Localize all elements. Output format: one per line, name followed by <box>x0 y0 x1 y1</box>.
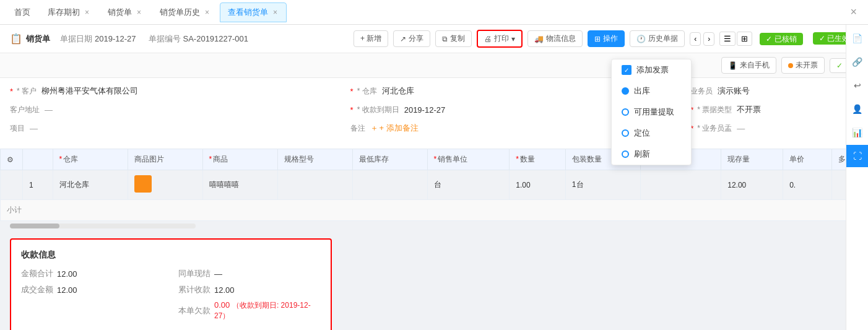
operate-button-label: 操作 <box>603 33 618 44</box>
tab-inventory-init[interactable]: 库存期初 × <box>40 2 98 22</box>
due-amount-row: 本单欠款 0.00 （收款到期日: 2019-12-27） <box>178 300 321 321</box>
doc-title-area: 📋 销货单 <box>10 33 50 45</box>
sidebar-icon-link[interactable]: 🔗 <box>846 51 869 73</box>
ticket-type-value: 不开票 <box>737 104 761 115</box>
new-button-label: + 新增 <box>360 33 381 44</box>
tab-sales-order-history-label: 销货单历史 <box>160 7 200 18</box>
tab-sales-order-history[interactable]: 销货单历史 × <box>152 2 219 22</box>
tab-home-label: 首页 <box>14 7 30 18</box>
phone-icon: 📱 <box>728 61 737 70</box>
doc-date-value: 2019-12-27 <box>95 34 136 43</box>
customer-value[interactable]: 柳州粤港平安气体有限公司 <box>41 85 138 97</box>
view-icons: ☰ ⊞ <box>719 32 752 46</box>
tab-sales-order-history-close[interactable]: × <box>204 8 210 17</box>
total-amount-label: 金额合计 <box>21 268 53 279</box>
table-header-row: ⚙ *仓库 商品图片 *商品 规格型号 最低库存 *销售单位 *数量 包装数量 … <box>1 149 868 170</box>
tab-home[interactable]: 首页 <box>6 2 38 22</box>
salesperson-field: 业务员 演示账号 <box>690 85 858 97</box>
same-order-settlement-label: 同单现结 <box>178 268 210 279</box>
add-note-button[interactable]: ＋ + 添加备注 <box>370 123 419 134</box>
tab-sales-order[interactable]: 销货单 × <box>100 2 150 22</box>
refresh-icon <box>622 150 629 158</box>
row-unit-price: 0. <box>783 170 832 200</box>
sales-staff-value: — <box>737 124 745 133</box>
address-label: 客户地址 <box>10 105 40 115</box>
scrollbar[interactable] <box>10 224 196 228</box>
not-open-button[interactable]: 未开票 <box>781 57 825 74</box>
dropdown-available-qty[interactable]: 可用量提取 <box>612 102 691 123</box>
view-grid-button[interactable]: ⊞ <box>737 32 752 46</box>
sidebar-icon-doc[interactable]: 📄 <box>846 27 869 50</box>
from-phone-label: 来自手机 <box>740 60 770 71</box>
warehouse-required: * <box>350 87 354 96</box>
print-dropdown-icon: ▾ <box>511 35 515 43</box>
available-qty-label: 可用量提取 <box>634 106 674 118</box>
nav-prev-button[interactable]: ‹ <box>690 32 701 46</box>
share-button-label: 分享 <box>409 33 423 44</box>
tab-inventory-init-close[interactable]: × <box>84 8 90 17</box>
sub-action-bar: 📱 来自手机 未开票 ✓ ✓ <box>0 53 868 78</box>
address-field: 客户地址 — <box>10 105 345 115</box>
remark-label: 备注 <box>350 123 365 134</box>
tab-sales-order-close[interactable]: × <box>136 8 142 17</box>
dropdown-add-invoice[interactable]: ✓ 添加发票 <box>612 59 691 80</box>
tab-view-sales-order[interactable]: 查看销货单 × <box>220 2 287 22</box>
global-close-icon[interactable]: × <box>845 6 862 18</box>
copy-button-label: 复制 <box>450 33 465 44</box>
new-button[interactable]: + 新增 <box>354 30 388 47</box>
customer-field: * * 客户 柳州粤港平安气体有限公司 <box>10 85 345 97</box>
view-list-button[interactable]: ☰ <box>719 32 736 46</box>
doc-number-label: 单据编号 <box>149 33 181 45</box>
history-button-label: 历史单据 <box>648 33 678 44</box>
print-button[interactable]: 🖨 打印 ▾ <box>477 30 523 48</box>
sidebar-icon-chart[interactable]: 📊 <box>846 121 869 144</box>
not-open-dot <box>788 63 793 68</box>
address-value: — <box>45 105 53 115</box>
dropdown-refresh[interactable]: 刷新 <box>612 144 691 165</box>
dropdown-locate[interactable]: 定位 <box>612 123 691 144</box>
cumulative-payment-value: 12.00 <box>214 285 235 295</box>
form-row-1: * * 客户 柳州粤港平安气体有限公司 * * 仓库 河北仓库 业务员 演示账号 <box>10 85 858 97</box>
sidebar-icon-return[interactable]: ↩ <box>846 74 869 97</box>
table-row: 1 河北仓库 嘻嘻嘻嘻 台 1.00 1台 12.00 0. <box>1 170 868 200</box>
dropdown-outbound[interactable]: 出库 <box>612 80 691 102</box>
transaction-amount-value: 12.00 <box>57 285 77 295</box>
data-table: ⚙ *仓库 商品图片 *商品 规格型号 最低库存 *销售单位 *数量 包装数量 … <box>0 149 868 221</box>
col-current-stock: 现存量 <box>721 149 783 170</box>
from-phone-button[interactable]: 📱 来自手机 <box>721 57 776 74</box>
logistics-button[interactable]: 🚚 物流信息 <box>527 30 583 47</box>
doc-number-value: SA-20191227-001 <box>183 34 249 43</box>
payment-info-box: 收款信息 金额合计 12.00 同单现结 — 成交金额 12.00 累计收款 1… <box>10 238 332 330</box>
doc-date-field: 单据日期 2019-12-27 <box>60 33 136 45</box>
doc-date-label: 单据日期 <box>60 33 92 45</box>
due-amount-number: 0.00 <box>214 300 230 310</box>
cumulative-payment-row: 累计收款 12.00 <box>178 284 321 295</box>
nav-next-button[interactable]: › <box>703 32 714 46</box>
right-sidebar: 📄 🔗 ↩ 👤 📊 ⛶ <box>846 25 868 330</box>
sales-staff-field: * * 业务员盂 — <box>690 123 858 134</box>
operate-button[interactable]: ⊞ 操作 <box>588 30 625 47</box>
scrollbar-thumb <box>10 224 59 228</box>
row-product-img <box>128 170 202 200</box>
locate-icon <box>622 129 629 137</box>
payment-info-title: 收款信息 <box>21 250 321 261</box>
available-qty-icon <box>622 108 629 116</box>
col-product: *商品 <box>202 149 277 170</box>
total-amount-row: 金额合计 12.00 <box>21 268 163 279</box>
sidebar-icon-user[interactable]: 👤 <box>846 98 869 120</box>
share-button[interactable]: ↗ 分享 <box>393 30 430 47</box>
payment-date-value[interactable]: 2019-12-27 <box>404 105 446 115</box>
scrollbar-area[interactable] <box>0 221 868 231</box>
gear-icon: ⚙ <box>7 155 14 164</box>
revoked-label: ✓ 已核销 <box>760 33 802 45</box>
tab-view-sales-order-close[interactable]: × <box>272 8 279 17</box>
same-order-settlement-row: 同单现结 — <box>178 268 321 279</box>
payment-date-label: * 收款到期日 <box>357 105 399 115</box>
subtotal-row: 小计 <box>1 200 868 221</box>
tab-bar-right: × <box>845 6 862 19</box>
warehouse-value[interactable]: 河北仓库 <box>382 85 414 97</box>
sidebar-icon-expand[interactable]: ⛶ <box>846 145 869 167</box>
copy-button[interactable]: ⧉ 复制 <box>435 30 472 47</box>
history-button[interactable]: 🕐 历史单据 <box>630 30 685 47</box>
cumulative-payment-label: 累计收款 <box>178 284 210 295</box>
